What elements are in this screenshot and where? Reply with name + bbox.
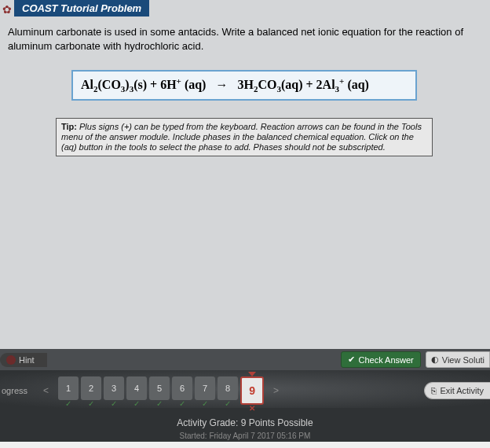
eq-lhs: Al2(CO3)3(s) + 6H+ (aq) [81,78,209,91]
prev-question-button[interactable]: < [38,385,53,396]
nav-item-7[interactable]: 7✓ [195,376,215,400]
view-label: View Soluti [442,355,485,365]
hint-label: Hint [19,355,35,365]
tip-box: Tip: Plus signs (+) can be typed from th… [56,118,433,157]
started-timestamp: Started: Friday April 7 2017 05:16 PM [0,431,490,440]
check-icon: ✓ [111,399,117,408]
check-icon: ✓ [88,399,94,408]
check-label: Check Answer [358,355,413,365]
progress-label: ogress [0,386,34,395]
exit-icon: ⎘ [431,386,437,395]
eq-rhs: 3H2CO3(aq) + 2Al3+ (aq) [237,78,368,91]
action-bar: Hint ✔ Check Answer ◐ View Soluti [0,349,490,370]
nav-item-1[interactable]: 1✓ [58,376,79,400]
tip-label: Tip: [61,122,77,131]
check-icon: ✓ [179,399,185,408]
next-question-button[interactable]: > [269,385,283,396]
settings-gear-icon[interactable]: ✿ [0,0,14,19]
view-solution-button[interactable]: ◐ View Soluti [426,351,490,368]
answer-equation-box[interactable]: Al2(CO3)3(s) + 6H+ (aq) → 3H2CO3(aq) + 2… [71,70,417,101]
check-icon: ✓ [202,399,208,408]
nav-item-6[interactable]: 6✓ [172,376,192,400]
check-icon: ✔ [348,354,355,365]
exit-activity-button[interactable]: ⎘ Exit Activity [424,382,490,399]
nav-item-8[interactable]: 8✓ [218,376,238,400]
check-icon: ✓ [156,399,163,408]
nav-item-9[interactable]: 9✕ [240,376,264,405]
close-icon: ✕ [249,404,255,413]
grade-area: Activity Grade: 9 Points Possible Starte… [0,408,490,442]
check-icon: ✓ [65,399,71,408]
nav-item-4[interactable]: 4✓ [126,376,147,400]
problem-statement: Aluminum carbonate is used in some antac… [8,25,481,53]
nav-item-3[interactable]: 3✓ [104,376,124,400]
tip-body: Plus signs (+) can be typed from the key… [61,122,422,152]
grade-label: Activity Grade: [177,417,238,428]
question-navigator: ogress < 1✓2✓3✓4✓5✓6✓7✓8✓9✕ > ⎘ Exit Act… [0,370,490,408]
reaction-arrow-icon: → [215,78,228,92]
grade-value: 9 Points Possible [241,417,313,428]
nav-item-2[interactable]: 2✓ [81,376,101,400]
page-title: COAST Tutorial Problem [14,0,149,17]
hint-dot-icon [6,355,16,365]
nav-item-5[interactable]: 5✓ [149,376,170,400]
check-answer-button[interactable]: ✔ Check Answer [341,351,420,368]
check-icon: ✓ [225,399,231,408]
exit-label: Exit Activity [440,386,484,395]
hint-button[interactable]: Hint [0,353,47,367]
check-icon: ✓ [133,399,140,408]
bottom-strip [0,442,490,448]
bulb-icon: ◐ [431,354,439,365]
